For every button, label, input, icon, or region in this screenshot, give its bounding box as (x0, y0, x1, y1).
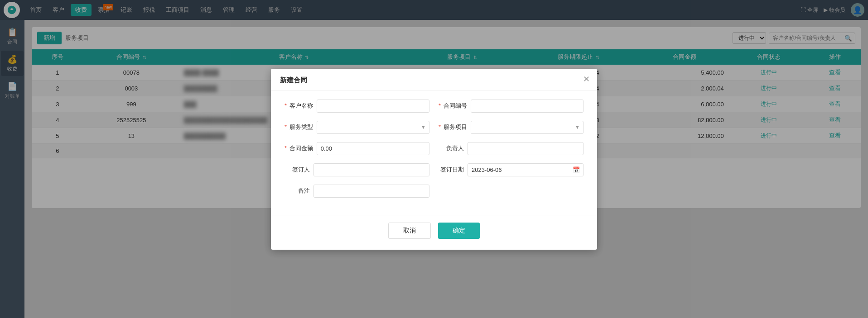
modal-close-button[interactable]: ✕ (583, 74, 590, 84)
cancel-button[interactable]: 取消 (388, 223, 431, 239)
input-contract-amount[interactable] (317, 142, 429, 155)
input-sign-date[interactable] (468, 163, 583, 176)
field-customer-name: * 客户名称 (285, 100, 429, 113)
field-signer: 签订人 (285, 163, 429, 176)
required-star: * (285, 102, 287, 109)
service-type-wrapper: ▼ (317, 121, 429, 134)
field-responsible: 负责人 (439, 142, 583, 155)
form-row-2: * 服务类型 ▼ * 服务项目 (285, 121, 583, 134)
input-responsible[interactable] (468, 142, 583, 155)
required-star-4: * (439, 123, 441, 130)
label-customer-name: 客户名称 (289, 102, 313, 109)
form-row-5: 备注 (285, 185, 583, 198)
select-service-item[interactable] (471, 121, 583, 134)
label-contract-no: 合同编号 (444, 102, 467, 109)
form-row-3: * 合同金额 负责人 (285, 142, 583, 155)
modal-footer: 取消 确定 (271, 215, 597, 250)
label-contract-amount: 合同金额 (289, 145, 313, 152)
modal-body: * 客户名称 * 合同编号 * (271, 90, 597, 215)
new-contract-modal: 新建合同 ✕ * 客户名称 * 合同编号 (271, 69, 597, 250)
form-row-1: * 客户名称 * 合同编号 (285, 100, 583, 113)
label-remarks: 备注 (298, 187, 310, 194)
input-contract-no[interactable] (471, 100, 583, 113)
label-sign-date: 签订日期 (440, 166, 464, 173)
confirm-button[interactable]: 确定 (438, 223, 480, 239)
field-service-item: * 服务项目 ▼ (439, 121, 583, 134)
label-service-type: 服务类型 (289, 123, 313, 130)
service-item-wrapper: ▼ (471, 121, 583, 134)
select-service-type[interactable] (317, 121, 429, 134)
required-star-5: * (285, 145, 287, 152)
label-responsible: 负责人 (446, 145, 464, 152)
field-remarks: 备注 (285, 185, 429, 198)
field-contract-amount: * 合同金额 (285, 142, 429, 155)
required-star-2: * (439, 102, 441, 109)
input-customer-name[interactable] (317, 100, 429, 113)
modal-header: 新建合同 (271, 69, 597, 90)
field-sign-date: 签订日期 📅 (439, 163, 583, 176)
required-star-3: * (285, 123, 287, 130)
modal-overlay: 新建合同 ✕ * 客户名称 * 合同编号 (0, 0, 868, 318)
form-row-4: 签订人 签订日期 📅 (285, 163, 583, 176)
input-remarks[interactable] (313, 185, 429, 198)
label-service-item: 服务项目 (444, 123, 467, 130)
field-contract-no: * 合同编号 (439, 100, 583, 113)
label-signer: 签订人 (292, 166, 310, 173)
field-service-type: * 服务类型 ▼ (285, 121, 429, 134)
field-empty (439, 185, 583, 198)
date-wrapper: 📅 (468, 163, 583, 176)
input-signer[interactable] (313, 163, 429, 176)
modal-title: 新建合同 (280, 76, 307, 84)
